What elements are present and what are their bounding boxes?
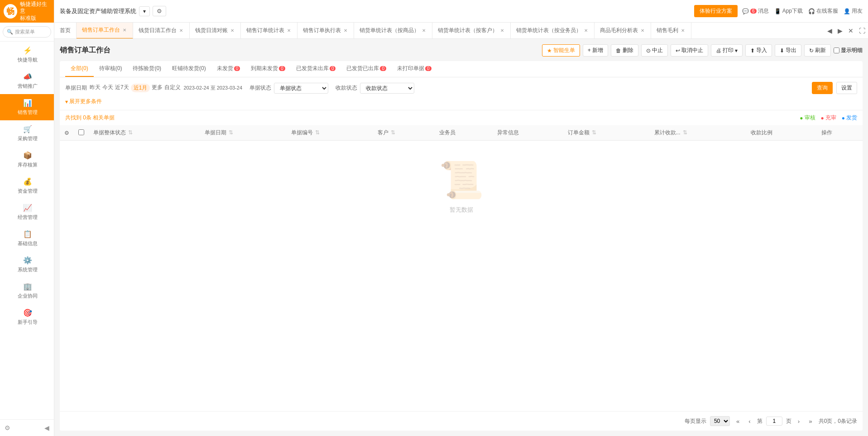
payment-select[interactable]: 收款状态 [360,83,414,94]
page-number-input[interactable] [766,417,782,426]
import-button[interactable]: ⬆ 导入 [745,44,772,57]
date-more[interactable]: 更多 [152,84,163,92]
query-button[interactable]: 查询 [812,82,833,94]
tab-sales-by-product[interactable]: 销货单统计表（按商品） ✕ [354,23,432,39]
col-customer: 客户 ⇅ [373,125,435,141]
sub-tab-pending-check[interactable]: 待拣验货(0) [127,61,167,77]
tab-close-cash-daily[interactable]: ✕ [178,28,184,33]
sidebar-item-enterprise[interactable]: 🏢 企业协同 [0,278,54,304]
sub-tab-overdue-not-shipped[interactable]: 到期未发货0 [245,61,291,77]
date-7days[interactable]: 近7天 [115,84,129,92]
tab-close-sales-stats[interactable]: ✕ [286,28,292,33]
tabs-close-button[interactable]: ✕ [845,25,856,36]
tabs-next-button[interactable]: ▶ [835,25,845,36]
delete-icon: 🗑 [616,47,621,54]
filter-area: 单据日期 昨天 今天 近7天 近1月 更多 自定义 2023-02-24 至 2… [60,77,863,110]
tab-close-sales-by-product[interactable]: ✕ [421,28,427,33]
stop-button[interactable]: ⊙ 中止 [641,44,668,57]
first-page-button[interactable]: « [734,417,742,426]
tab-cash-ledger[interactable]: 钱货日清对账 ✕ [190,23,241,39]
sidebar-item-purchase[interactable]: 🛒 采购管理 [0,120,54,147]
sidebar-item-marketing[interactable]: 📣 营销推广 [0,68,54,94]
col-date: 单据日期 ⇅ [200,125,287,141]
sidebar-item-quick-nav[interactable]: ⚡ 快捷导航 [0,42,54,68]
date-1month[interactable]: 近1月 [131,84,150,92]
add-button[interactable]: + 新增 [583,44,608,57]
tab-close-sales-profit[interactable]: ✕ [680,28,686,33]
tabs-prev-button[interactable]: ◀ [825,25,835,36]
sub-tab-all[interactable]: 全部(0) [65,61,94,77]
last-page-button[interactable]: » [806,417,815,426]
sidebar-item-base-info[interactable]: 📋 基础信息 [0,225,54,251]
cancel-stop-button[interactable]: ↩ 取消中止 [671,44,708,57]
refresh-button[interactable]: ↻ 刷新 [804,44,831,57]
delete-button[interactable]: 🗑 删除 [611,44,638,57]
experience-button[interactable]: 体验行业方案 [694,5,738,17]
finance-icon: 💰 [23,177,32,186]
tab-cash-daily[interactable]: 钱货日清工作台 ✕ [133,23,190,39]
sidebar-item-sales[interactable]: 📊 销售管理 [0,94,54,120]
sidebar-settings-button[interactable]: ⚙ [5,424,10,431]
table-scroll-area[interactable]: ⚙ 单据整体状态 ⇅ 单据日期 ⇅ [60,125,863,411]
tab-sales-exec[interactable]: 销售订单执行表 ✕ [297,23,354,39]
show-detail-label[interactable]: 显示明细 [834,47,863,54]
review-action[interactable]: ● 审核 [800,114,815,122]
notification-area[interactable]: 💬 6 消息 [742,7,769,15]
tab-close-cash-ledger[interactable]: ✕ [230,28,235,33]
tab-close-sales-workbench[interactable]: ✕ [122,28,127,33]
tab-sales-workbench[interactable]: 销售订单工作台 ✕ [77,23,133,39]
record-count: 共找到 0条 相关单据 [65,114,115,122]
tab-close-gross-profit[interactable]: ✕ [640,28,645,33]
user-area[interactable]: 👤 用友 [844,7,863,15]
tab-home[interactable]: 首页 [54,23,77,39]
sidebar: 畅 畅捷通好生意 标准版 🔍 搜索菜单 ⚡ 快捷导航 📣 营销推广 📊 销售管理… [0,0,54,436]
select-all-checkbox[interactable] [78,129,84,135]
prev-page-button[interactable]: ‹ [746,417,753,426]
next-page-button[interactable]: › [795,417,802,426]
sub-tab-shipped-not-out[interactable]: 已发货未出库0 [291,61,341,77]
tab-close-sales-by-staff[interactable]: ✕ [583,28,589,33]
sidebar-item-system[interactable]: ⚙️ 系统管理 [0,251,54,278]
tab-sales-profit[interactable]: 销售毛利 ✕ [651,23,691,39]
status-select[interactable]: 单据状态 [274,83,328,94]
topbar-gear-button[interactable]: ⚙ [153,6,166,16]
sidebar-collapse-button[interactable]: ◀ [44,424,49,431]
export-button[interactable]: ⬇ 导出 [775,44,801,57]
smart-generate-button[interactable]: ★ 智能生单 [542,44,580,57]
sidebar-item-operations[interactable]: 📈 经营管理 [0,199,54,225]
tab-close-sales-by-customer[interactable]: ✕ [499,28,505,33]
tabs-fullscreen-button[interactable]: ⛶ [856,25,868,36]
print-button[interactable]: 🖨 打印 ▾ [711,44,743,57]
pagination: 每页显示 50 « ‹ 第 页 › » 共0页，0条记录 [60,411,863,431]
system-dropdown-button[interactable]: ▾ [139,6,150,16]
tab-close-sales-exec[interactable]: ✕ [343,28,348,33]
tab-sales-by-customer[interactable]: 销货单统计表（按客户） ✕ [432,23,511,39]
newbie-icon: 🎯 [23,308,32,317]
expand-more-btn[interactable]: ▾ 展开更多条件 [65,98,857,105]
sidebar-item-inventory[interactable]: 📦 库存核算 [0,147,54,173]
payment-filter: 收款状态 收款状态 [336,83,414,94]
search-menu-button[interactable]: 🔍 搜索菜单 [3,26,51,38]
ship-action[interactable]: ● 发货 [842,114,857,122]
sub-tab-shipped-out[interactable]: 已发货已出库0 [341,61,392,77]
abort-action[interactable]: ● 充审 [821,114,836,122]
sub-tab-pending-review[interactable]: 待审核(0) [94,61,128,77]
online-service-area[interactable]: 🎧 在线客服 [808,7,838,15]
sub-tab-not-shipped[interactable]: 未发货0 [211,61,246,77]
filter-setting-button[interactable]: 设置 [836,82,857,94]
sub-tab-not-printed[interactable]: 未打印单据0 [392,61,437,77]
date-custom[interactable]: 自定义 [164,84,181,92]
page-size-select[interactable]: 50 [710,416,730,426]
sidebar-item-finance[interactable]: 💰 资金管理 [0,173,54,199]
show-detail-checkbox[interactable] [834,47,839,53]
sub-tab-wangpu[interactable]: 旺铺待发货(0) [167,61,211,77]
main-area: 装备及固定资产辅助管理系统 ▾ ⚙ 体验行业方案 💬 6 消息 📱 App下载 … [54,0,868,436]
app-download-area[interactable]: 📱 App下载 [774,7,803,15]
tab-gross-profit[interactable]: 商品毛利分析表 ✕ [595,23,651,39]
empty-state: 📜 暂无数据 [60,141,863,232]
tab-sales-by-staff[interactable]: 销货单统计表（按业务员） ✕ [511,23,595,39]
date-today[interactable]: 今天 [102,84,113,92]
date-yesterday[interactable]: 昨天 [90,84,101,92]
tab-sales-stats[interactable]: 销售订单统计表 ✕ [241,23,297,39]
sidebar-item-newbie[interactable]: 🎯 新手引导 [0,304,54,330]
